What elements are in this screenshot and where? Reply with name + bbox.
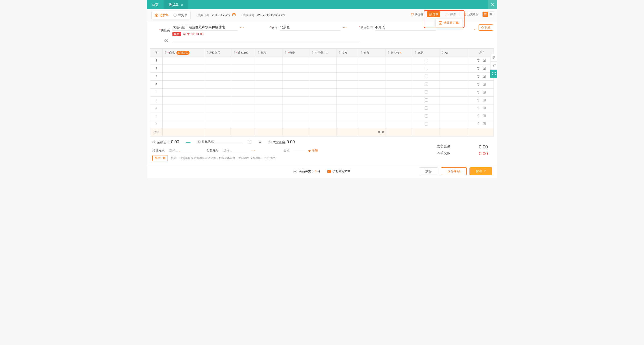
scan-badge[interactable]: 扫码录入 [176,51,190,55]
row-add-icon[interactable] [483,98,486,102]
settings-button[interactable]: 设置 [478,24,493,30]
save-button[interactable]: 保存 ^ [470,167,492,175]
track-price-checkbox[interactable]: ✓ 价格跟踪本单 [327,169,351,174]
row-add-icon[interactable] [483,66,486,70]
row-delete-icon[interactable] [477,106,480,110]
remark-field[interactable] [172,40,360,42]
pay-account-more-icon[interactable]: ··· [252,149,256,152]
invoice-type-field[interactable]: 不开票 [375,24,436,30]
warehouse-field[interactable]: 北京仓 [280,24,341,30]
pay-amount-field[interactable] [294,150,304,151]
window-close-button[interactable] [488,0,497,9]
col-qty[interactable]: ▲▼*数量 [283,48,310,56]
fee-allocation-button[interactable]: 费用分摊 [152,155,168,161]
svg-point-10 [156,52,157,52]
discard-button[interactable]: 放弃 [419,167,438,175]
tab-purchase-bill[interactable]: 进货单 ✕ [164,0,188,9]
col-avail[interactable]: ▲▼可用量（... [310,48,336,56]
dropdown-select-purchase-order[interactable]: 选采购订单 [439,21,459,25]
order-discount-field[interactable] [214,141,242,143]
col-quote[interactable]: ▲▼报价 [337,48,359,56]
shortcut-button[interactable]: 快捷键 [409,11,425,17]
layout-grid-icon[interactable] [488,12,494,17]
gift-checkbox[interactable] [424,82,428,86]
table-row[interactable]: 9 [150,120,494,128]
gift-checkbox[interactable] [424,122,428,126]
add-payment-button[interactable]: ⊕添加 [308,148,318,153]
table-row[interactable]: 7 [150,104,494,112]
invoice-type-label: *票据类型 [356,26,373,30]
col-aa[interactable]: ▲▼aa [440,48,469,56]
row-add-icon[interactable] [483,90,486,94]
row-add-icon[interactable] [483,59,486,63]
layout-list-icon[interactable] [482,12,488,17]
gift-checkbox[interactable] [424,59,428,62]
gift-checkbox[interactable] [424,66,428,70]
col-unit[interactable]: ▲▼*采购单位 [231,48,256,56]
side-note-icon[interactable] [490,54,497,62]
select-bill-button[interactable]: 选单 [427,11,440,17]
row-add-icon[interactable] [483,82,486,86]
tab-close-icon[interactable]: ✕ [181,3,183,6]
row-add-icon[interactable] [483,106,486,110]
pay-method-select[interactable]: 选择...⌄ [169,148,192,153]
col-settings[interactable] [150,48,162,56]
warehouse-more-icon[interactable]: ··· [343,26,347,29]
svg-rect-4 [490,13,491,14]
help-icon[interactable]: ? [248,140,252,144]
row-delete-icon[interactable] [477,114,480,118]
table-row[interactable]: 2 [150,64,494,72]
col-spec[interactable]: ▲▼规格型号 [204,48,231,56]
pill-purchase-in[interactable]: 进货单 [152,12,171,18]
side-attachment-icon[interactable] [490,62,497,70]
row-add-icon[interactable] [483,114,486,118]
supplier-field[interactable]: 大连花园口经济区景和水果种植基地 [172,24,238,30]
save-draft-button[interactable]: 保存草稿 [441,167,467,175]
history-button[interactable]: 历史单据 [462,11,480,17]
minus-icon: — [186,139,190,145]
pay-method-label: 结算方式 [152,148,164,153]
row-delete-icon[interactable] [477,90,480,94]
expand-form-icon[interactable]: ⌄ [473,26,476,30]
gift-checkbox[interactable] [424,74,428,78]
row-delete-icon[interactable] [477,82,480,86]
table-row[interactable]: 6 [150,96,494,104]
col-gift[interactable]: ▲▼赠品 [413,48,440,56]
row-delete-icon[interactable] [477,59,480,63]
gift-checkbox[interactable] [424,98,428,102]
gift-checkbox[interactable] [424,114,428,118]
col-product[interactable]: ▲▼*商品 扫码录入 [162,48,204,56]
row-delete-icon[interactable] [477,74,480,78]
calendar-icon[interactable] [232,13,236,17]
side-fullscreen-icon[interactable] [490,70,497,78]
pill-purchase-return[interactable]: 退货单 [171,12,190,18]
svg-rect-5 [491,13,492,14]
edit-icon[interactable]: ✎ [400,52,402,54]
gift-checkbox[interactable] [424,106,428,110]
pay-account-select[interactable]: 选择... [224,148,247,153]
row-add-icon[interactable] [483,74,486,78]
row-delete-icon[interactable] [477,66,480,70]
table-header-row: ▲▼*商品 扫码录入 ▲▼规格型号 ▲▼*采购单位 ▲▼单价 ▲▼*数量 ▲▼可… [150,48,494,56]
operate-button[interactable]: ⋮⋮ 操作 [442,11,458,17]
row-add-icon[interactable] [483,122,486,126]
col-amount[interactable]: ▲▼金额 [359,48,386,56]
table-row[interactable]: 1 [150,56,494,64]
table-row[interactable]: 4 [150,80,494,88]
doc-date-value[interactable]: 2019-12-26 [212,13,230,17]
table-row[interactable]: 8 [150,112,494,120]
fee-hint: 提示：进货单保存后费用会自动分摊，影响成本金额，并自动生成费用单，用于付款。 [171,156,278,160]
header-toolbar: 快捷键 选单 ⋮⋮ 操作 历史单据 [409,11,494,17]
layout-toggle [482,12,494,17]
supplier-more-icon[interactable]: ··· [240,26,244,29]
table-row[interactable]: 3 [150,72,494,80]
tab-home[interactable]: 首页 [147,0,164,9]
kinds-icon: ☰ [293,170,297,174]
col-discount[interactable]: ▲▼折扣% ✎ [386,48,413,56]
row-delete-icon[interactable] [477,98,480,102]
row-delete-icon[interactable] [477,122,480,126]
gift-checkbox[interactable] [424,90,428,94]
col-price[interactable]: ▲▼单价 [256,48,282,56]
doc-date-label: 单据日期 [197,13,209,17]
table-row[interactable]: 5 [150,88,494,96]
